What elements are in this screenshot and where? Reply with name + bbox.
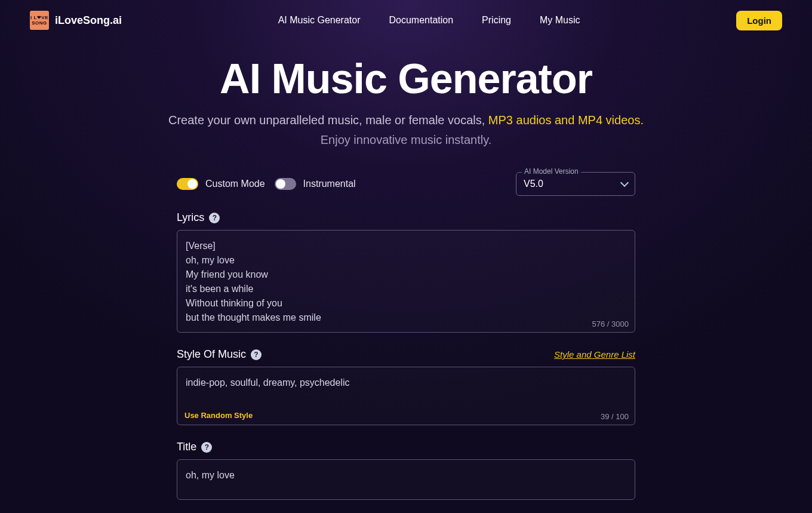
toggle-knob [276,179,285,189]
main-nav: AI Music Generator Documentation Pricing… [122,15,736,26]
lyrics-input[interactable] [177,231,635,330]
logo-text-2: SONG [32,20,47,26]
header: I L❤VE SONG iLoveSong.ai AI Music Genera… [0,0,812,41]
instrumental-toggle[interactable] [275,178,296,190]
style-genre-list-link[interactable]: Style and Genre List [554,349,635,360]
subtitle-pre: Create your own unparalleled music, male… [168,113,488,127]
logo-icon: I L❤VE SONG [30,11,49,30]
use-random-style-button[interactable]: Use Random Style [184,411,253,420]
lyrics-field: 576 / 3000 [177,230,635,333]
help-icon[interactable]: ? [201,442,212,453]
custom-mode-toggle[interactable] [177,178,198,190]
title-field [177,459,635,500]
nav-ai-music-generator[interactable]: AI Music Generator [278,15,361,26]
title-input[interactable] [177,460,635,497]
title-label: Title [177,441,196,453]
nav-pricing[interactable]: Pricing [482,15,511,26]
lyrics-label-row: Lyrics ? [177,211,635,224]
help-icon[interactable]: ? [209,213,220,223]
style-counter: 39 / 100 [601,412,629,421]
instrumental-label: Instrumental [303,179,356,189]
instrumental-group: Instrumental [275,178,356,190]
model-version-field: AI Model Version V5.0 [516,172,635,196]
model-version-value: V5.0 [524,179,543,189]
help-icon[interactable]: ? [251,349,262,360]
style-header: Style Of Music ? Style and Genre List [177,348,635,361]
lyrics-counter: 576 / 3000 [592,320,629,328]
logo-text-1: I L❤VE [30,15,48,20]
page-title: AI Music Generator [0,55,812,103]
nav-my-music[interactable]: My Music [540,15,580,26]
style-label-row: Style Of Music ? [177,348,262,361]
chevron-down-icon [620,179,629,187]
title-label-row: Title ? [177,441,635,453]
custom-mode-label: Custom Mode [205,179,265,189]
generator-form: Custom Mode Instrumental AI Model Versio… [177,172,635,513]
toggle-knob [187,179,197,189]
lyrics-label: Lyrics [177,211,204,224]
brand-name: iLoveSong.ai [55,14,122,27]
style-label: Style Of Music [177,348,246,361]
toggle-row: Custom Mode Instrumental AI Model Versio… [177,172,635,196]
subtitle: Create your own unparalleled music, male… [0,113,812,127]
brand[interactable]: I L❤VE SONG iLoveSong.ai [30,11,122,30]
nav-documentation[interactable]: Documentation [389,15,453,26]
style-field: Use Random Style 39 / 100 [177,367,635,425]
subtitle-highlight: MP3 audios and MP4 videos. [488,113,644,127]
model-version-select[interactable]: V5.0 [516,172,635,196]
subtitle-2: Enjoy innovative music instantly. [0,133,812,147]
model-version-label: AI Model Version [522,167,581,176]
custom-mode-group: Custom Mode [177,178,265,190]
login-button[interactable]: Login [736,11,782,30]
hero: AI Music Generator Create your own unpar… [0,55,812,147]
